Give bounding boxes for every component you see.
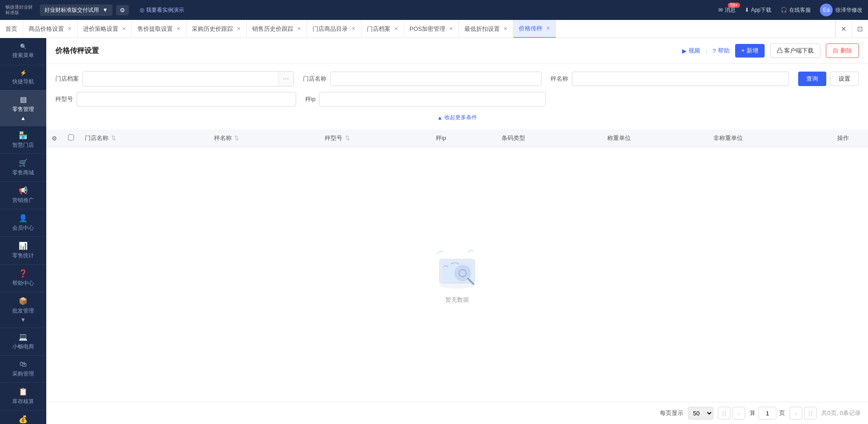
store-file-picker-btn[interactable]: ··· [278, 72, 293, 86]
tab-price-transfer[interactable]: 价格传秤 ✕ [513, 20, 556, 38]
tab-close-pos-management[interactable]: ✕ [449, 26, 453, 32]
table-header-row: ⚙ 门店名称 ⇅ 秤名称 ⇅ [46, 130, 868, 147]
delete-button[interactable]: 自 删除 [826, 43, 859, 58]
settings-button[interactable]: 设置 [830, 72, 859, 86]
sidebar-item-purchase[interactable]: 🛍 采购管理 [0, 355, 46, 382]
store-name-input[interactable] [330, 72, 541, 86]
tab-min-discount[interactable]: 最低折扣设置 ✕ [459, 20, 513, 38]
retail-mgmt-icon: ▤ [20, 95, 27, 104]
tab-store-files[interactable]: 门店档案 ✕ [361, 20, 404, 38]
tab-store-catalog[interactable]: 门店商品目录 ✕ [307, 20, 361, 38]
tab-price-settings[interactable]: 商品价格设置 ✕ [23, 20, 78, 38]
help-link[interactable]: ? 帮助 [712, 47, 729, 55]
add-button[interactable]: + 新增 [735, 44, 765, 58]
gear-icon: ⚙ [120, 7, 125, 14]
tab-close-price-transfer[interactable]: ✕ [546, 25, 550, 31]
member-icon: 👤 [19, 214, 28, 222]
store-name-label: 门店名称 [303, 75, 327, 83]
tab-close-all-btn[interactable]: ✕ [835, 20, 852, 38]
tab-close-store-catalog[interactable]: ✕ [351, 26, 356, 32]
th-scale-model[interactable]: 秤型号 ⇅ [319, 130, 430, 147]
video-link[interactable]: ▶ 视频 [682, 47, 700, 55]
table-settings-icon[interactable]: ⚙ [52, 135, 57, 142]
store-file-input[interactable] [83, 72, 278, 86]
sidebar-item-help[interactable]: ❓ 帮助中心 [0, 264, 46, 292]
data-table: ⚙ 门店名称 ⇅ 秤名称 ⇅ [46, 130, 868, 147]
scale-name-label: 秤名称 [551, 75, 568, 83]
tab-purchase-strategy[interactable]: 进价策略设置 ✕ [78, 20, 132, 38]
tab-close-sale-history[interactable]: ✕ [297, 26, 301, 32]
prev-icon: ‹ [738, 410, 740, 417]
tab-close-purchase-history[interactable]: ✕ [237, 26, 241, 32]
online-service-btn[interactable]: 🎧 在线客服 [780, 6, 811, 14]
sidebar-item-finance[interactable]: 💰 资金管理 [0, 410, 46, 424]
search-form: 门店档案 ··· 门店名称 秤名称 [46, 64, 868, 130]
tab-close-sale-price[interactable]: ✕ [176, 26, 180, 32]
tab-purchase-history[interactable]: 采购历史价跟踪 ✕ [186, 20, 247, 38]
search-icon: 🔍 [20, 43, 27, 50]
user-btn[interactable]: Ea 徐泽华修改 [820, 4, 863, 16]
version-selector[interactable]: 好业财标准版交付试用 ▼ [40, 5, 112, 16]
empty-state: 暂无数据 [46, 147, 868, 402]
help-circle-icon: ? [712, 48, 716, 54]
message-btn[interactable]: ✉ 消息 99+ [718, 6, 736, 14]
tab-maximize-btn[interactable]: ⊡ [852, 20, 868, 38]
prev-page-btn[interactable]: ‹ [732, 407, 745, 419]
form-row-1: 门店档案 ··· 门店名称 秤名称 [55, 71, 859, 87]
scale-ip-input[interactable] [319, 92, 546, 106]
scale-model-label: 秤型号 [55, 95, 73, 103]
tab-close-store-files[interactable]: ✕ [394, 26, 398, 32]
divider-1: | [706, 48, 707, 54]
download-client-button[interactable]: 凸 客户端下载 [770, 43, 821, 58]
next-page-btn[interactable]: › [790, 407, 802, 419]
first-icon: ⟨⟨ [722, 410, 727, 417]
sort-scale-name-icon: ⇅ [234, 135, 239, 141]
last-page-btn[interactable]: ⟩⟩ [804, 407, 817, 419]
sidebar-item-retail-stats[interactable]: 📊 零售统计 [0, 236, 46, 264]
page-unit: 页 [779, 409, 785, 417]
last-icon: ⟩⟩ [808, 410, 813, 417]
sidebar-search[interactable]: 🔍 搜索菜单 [0, 38, 46, 65]
sidebar-item-retail-mgmt[interactable]: ▤ 零售管理 ▲ [0, 90, 46, 126]
collapse-btn[interactable]: ▲ 收起更多条件 [437, 114, 477, 121]
demo-icon: ◎ [140, 7, 144, 13]
tab-pos-management[interactable]: POS加密管理 ✕ [404, 20, 459, 38]
settings-icon-btn[interactable]: ⚙ [116, 5, 129, 15]
sidebar-item-retail-mall[interactable]: 🛒 零售商城 [0, 154, 46, 181]
th-scale-name[interactable]: 秤名称 ⇅ [209, 130, 320, 147]
video-icon: ▶ [682, 48, 687, 54]
total-info: 共0页, 0条记录 [821, 409, 861, 417]
empty-text: 暂无数据 [445, 296, 469, 304]
demo-link[interactable]: ◎ 我要看实例演示 [140, 6, 184, 14]
content-area: 🔍 搜索菜单 ⚡ 快捷导航 ▤ 零售管理 ▲ 🏪 智慧门店 🛒 零售商城 📢 [0, 38, 868, 424]
table-container: ⚙ 门店名称 ⇅ 秤名称 ⇅ [46, 130, 868, 402]
sidebar-item-marketing[interactable]: 📢 营销推广 [0, 181, 46, 209]
scale-model-input[interactable] [77, 92, 296, 106]
avatar: Ea [820, 4, 833, 16]
sidebar-quick-nav[interactable]: ⚡ 快捷导航 [0, 65, 46, 90]
sidebar-item-smart-store[interactable]: 🏪 智慧门店 [0, 126, 46, 154]
sidebar-item-mini-ecom[interactable]: 💻 小畅电商 [0, 328, 46, 355]
sidebar-item-wholesale[interactable]: 📦 批发管理 ▼ [0, 292, 46, 328]
tab-close-min-discount[interactable]: ✕ [503, 26, 507, 32]
tab-close-purchase-strategy[interactable]: ✕ [122, 26, 126, 32]
scale-name-input[interactable] [572, 72, 789, 86]
first-page-btn[interactable]: ⟨⟨ [718, 407, 731, 419]
page-size-select[interactable]: 10 20 50 100 [688, 407, 713, 419]
sidebar-item-member[interactable]: 👤 会员中心 [0, 209, 46, 236]
tab-close-price-settings[interactable]: ✕ [68, 26, 72, 32]
purchase-icon: 🛍 [20, 360, 27, 368]
tab-sale-history[interactable]: 销售历史价跟踪 ✕ [247, 20, 307, 38]
tab-sale-price[interactable]: 售价提取设置 ✕ [132, 20, 186, 38]
empty-visual [430, 245, 484, 290]
sidebar-item-inventory[interactable]: 📋 库存核算 [0, 382, 46, 410]
select-all-checkbox[interactable] [68, 135, 74, 140]
sort-scale-model-icon: ⇅ [345, 135, 350, 141]
tab-home[interactable]: 首页 [0, 20, 23, 38]
app-download-btn[interactable]: ⬇ App下载 [745, 6, 771, 14]
page-input[interactable] [758, 407, 776, 419]
chevron-down-icon: ▼ [102, 7, 108, 13]
query-button[interactable]: 查询 [798, 72, 826, 86]
message-icon: ✉ [718, 7, 723, 13]
th-store-name[interactable]: 门店名称 ⇅ [79, 130, 209, 147]
